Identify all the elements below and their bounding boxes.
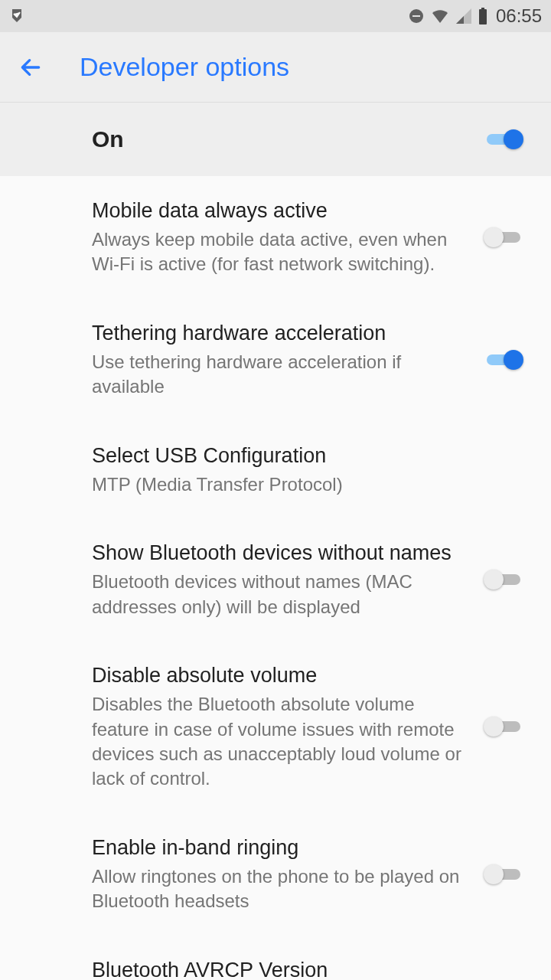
- setting-subtitle: Always keep mobile data active, even whe…: [92, 227, 465, 277]
- setting-text: Enable in-band ringingAllow ringtones on…: [92, 835, 484, 914]
- setting-row[interactable]: Tethering hardware accelerationUse tethe…: [0, 299, 551, 421]
- setting-title: Show Bluetooth devices without names: [92, 540, 465, 567]
- app-badge-icon: [9, 7, 28, 25]
- setting-title: Enable in-band ringing: [92, 835, 465, 861]
- settings-list: Mobile data always activeAlways keep mob…: [0, 176, 551, 980]
- status-clock: 06:55: [496, 5, 542, 27]
- setting-subtitle: MTP (Media Transfer Protocol): [92, 472, 505, 497]
- setting-row[interactable]: Select USB ConfigurationMTP (Media Trans…: [0, 421, 551, 518]
- setting-subtitle: Use tethering hardware acceleration if a…: [92, 350, 465, 400]
- setting-title: Select USB Configuration: [92, 443, 505, 469]
- svg-rect-3: [481, 8, 484, 10]
- setting-switch[interactable]: [484, 225, 523, 250]
- setting-text: Tethering hardware accelerationUse tethe…: [92, 320, 484, 400]
- setting-row[interactable]: Mobile data always activeAlways keep mob…: [0, 176, 551, 299]
- setting-switch[interactable]: [484, 862, 523, 887]
- svg-rect-1: [412, 15, 420, 17]
- master-toggle-label: On: [92, 126, 124, 152]
- app-bar: Developer options: [0, 32, 551, 103]
- setting-title: Bluetooth AVRCP Version: [92, 957, 505, 980]
- setting-text: Select USB ConfigurationMTP (Media Trans…: [92, 443, 523, 497]
- setting-row[interactable]: Show Bluetooth devices without namesBlue…: [0, 518, 551, 641]
- back-button[interactable]: [18, 55, 43, 80]
- setting-subtitle: Bluetooth devices without names (MAC add…: [92, 570, 465, 619]
- setting-row[interactable]: Enable in-band ringingAllow ringtones on…: [0, 813, 551, 936]
- page-title: Developer options: [80, 52, 289, 82]
- setting-switch[interactable]: [484, 348, 523, 372]
- dnd-icon: [407, 7, 425, 25]
- setting-title: Mobile data always active: [92, 198, 465, 224]
- setting-switch[interactable]: [484, 714, 523, 739]
- setting-subtitle: Disables the Bluetooth absolute volume f…: [92, 692, 465, 792]
- setting-text: Show Bluetooth devices without namesBlue…: [92, 540, 484, 619]
- wifi-icon: [430, 7, 450, 25]
- setting-row[interactable]: Disable absolute volumeDisables the Blue…: [0, 641, 551, 813]
- setting-title: Disable absolute volume: [92, 662, 465, 689]
- setting-text: Mobile data always activeAlways keep mob…: [92, 198, 484, 277]
- setting-title: Tethering hardware acceleration: [92, 320, 465, 347]
- setting-row[interactable]: Bluetooth AVRCP Version: [0, 936, 551, 980]
- master-toggle-switch[interactable]: [484, 127, 523, 152]
- cell-signal-icon: [455, 7, 473, 25]
- master-toggle-row[interactable]: On: [0, 103, 551, 176]
- status-bar: 06:55: [0, 0, 551, 32]
- setting-switch[interactable]: [484, 567, 523, 592]
- setting-text: Bluetooth AVRCP Version: [92, 957, 523, 980]
- battery-icon: [478, 7, 488, 25]
- setting-subtitle: Allow ringtones on the phone to be playe…: [92, 864, 465, 914]
- svg-rect-2: [479, 9, 487, 24]
- setting-text: Disable absolute volumeDisables the Blue…: [92, 662, 484, 792]
